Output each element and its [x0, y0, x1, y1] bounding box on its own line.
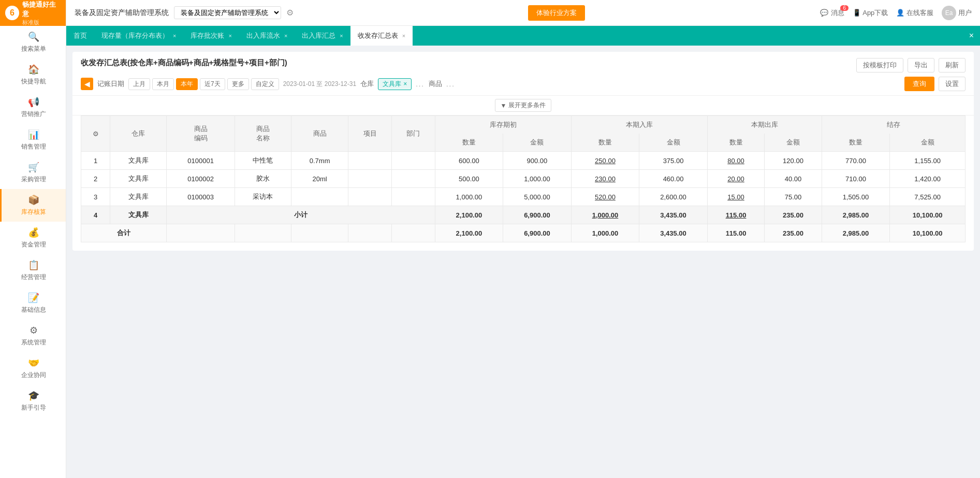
sidebar-item-finance[interactable]: 💰资金管理: [0, 222, 66, 254]
date-btn-本年[interactable]: 本年: [176, 78, 198, 90]
expand-more-btn[interactable]: ▼ 展开更多条件: [495, 99, 552, 112]
total-bal-amt: 10,100.00: [890, 224, 966, 242]
sys-title: 装备及固定资产辅助管理系统: [75, 8, 169, 18]
sidebar-item-quick_nav[interactable]: 🏠快捷导航: [0, 59, 66, 91]
cell-open-qty: 600.00: [435, 152, 503, 170]
sidebar-icon-collab: 🤝: [28, 357, 39, 369]
query-btn[interactable]: 查询: [904, 77, 934, 91]
sidebar-item-purchase[interactable]: 🛒采购管理: [0, 156, 66, 189]
tab-home[interactable]: 首页: [66, 26, 94, 46]
logo-name: 畅捷通好生意: [22, 0, 61, 19]
expand-btn-label: 展开更多条件: [508, 101, 546, 110]
cell-in-qty[interactable]: 520.00: [571, 188, 639, 206]
sidebar-label-basic: 基础信息: [21, 306, 46, 314]
sys-select[interactable]: 装备及固定资产辅助管理系统: [174, 6, 281, 19]
sub-out-amt: 235.00: [765, 206, 822, 224]
cell-out-amt: 40.00: [765, 170, 822, 188]
table-body: 1 文具库 0100001 中性笔 0.7mm 600.00 900.00 25…: [81, 152, 966, 224]
cell-in-qty[interactable]: 230.00: [571, 170, 639, 188]
try-btn[interactable]: 体验行业方案: [528, 5, 585, 21]
tab-inout_flow[interactable]: 出入库流水×: [239, 26, 295, 46]
date-btn-上月[interactable]: 上月: [128, 78, 150, 90]
tab-label-home: 首页: [74, 31, 87, 40]
tab-recv_send_summary[interactable]: 收发存汇总表×: [350, 26, 413, 46]
cell-out-qty[interactable]: 20.00: [707, 170, 764, 188]
warehouse-tag[interactable]: 文具库 ×: [378, 78, 412, 90]
goods-more-dots[interactable]: ...: [446, 80, 455, 88]
cell-in-qty[interactable]: 250.00: [571, 152, 639, 170]
date-btn-本月[interactable]: 本月: [152, 78, 174, 90]
sidebar-item-collab[interactable]: 🤝企业协同: [0, 352, 66, 385]
logo-text-group: 畅捷通好生意 标准版: [22, 0, 61, 26]
date-btn-更多[interactable]: 更多: [227, 78, 249, 90]
total-project: [348, 224, 392, 242]
th-bal-amt: 金额: [890, 134, 966, 152]
tab-inout_summary[interactable]: 出入库汇总×: [295, 26, 350, 46]
total-open-qty: 2,100.00: [435, 224, 503, 242]
print-btn[interactable]: 按模板打印: [856, 58, 903, 73]
sidebar-item-operation[interactable]: 📋经营管理: [0, 254, 66, 287]
cell-open-amt: 5,000.00: [503, 188, 572, 206]
user-area[interactable]: Ea 用户: [942, 6, 972, 20]
cell-bal-qty: 770.00: [822, 152, 890, 170]
sidebar-item-basic[interactable]: 📝基础信息: [0, 287, 66, 320]
tab-close-inout_summary[interactable]: ×: [340, 33, 343, 39]
tab-close-inventory_dist[interactable]: ×: [173, 33, 176, 39]
cell-bal-qty: 710.00: [822, 170, 890, 188]
total-out-amt: 235.00: [765, 224, 822, 242]
cell-dept: [391, 188, 435, 206]
sub-in-qty[interactable]: 1,000.00: [571, 206, 639, 224]
cell-name: 中性笔: [235, 152, 291, 170]
cell-seq: 2: [81, 170, 110, 188]
sidebar-icon-operation: 📋: [28, 259, 39, 271]
logo-tag: 标准版: [22, 19, 61, 26]
sidebar-item-search[interactable]: 🔍搜索菜单: [0, 26, 66, 59]
cell-name: 胶水: [235, 170, 291, 188]
refresh-btn[interactable]: 刷新: [939, 58, 966, 73]
date-btn-近7天[interactable]: 近7天: [200, 78, 225, 90]
header-right: 💬 消息 6 📱 App下载 👤 在线客服 Ea 用户: [820, 6, 972, 20]
th-dept: 部门: [391, 116, 435, 152]
sub-out-qty[interactable]: 115.00: [707, 206, 764, 224]
tab-close-all[interactable]: ×: [963, 31, 980, 40]
th-settings[interactable]: ⚙: [81, 116, 110, 152]
sub-warehouse: 文具库: [110, 206, 167, 224]
gear-icon[interactable]: ⚙: [286, 8, 294, 18]
warehouse-more-dots[interactable]: ...: [416, 80, 425, 88]
date-btn-自定义[interactable]: 自定义: [251, 78, 279, 90]
tab-inventory_dist[interactable]: 现存量（库存分布表）×: [94, 26, 183, 46]
logo-number: 6: [10, 8, 14, 18]
sidebar-item-system[interactable]: ⚙系统管理: [0, 320, 66, 352]
sidebar-icon-purchase: 🛒: [28, 162, 39, 173]
sidebar-label-inventory: 库存核算: [21, 208, 46, 216]
cell-out-qty[interactable]: 80.00: [707, 152, 764, 170]
export-btn[interactable]: 导出: [908, 58, 934, 73]
cell-name: 采访本: [235, 188, 291, 206]
cell-bal-amt: 1,155.00: [890, 152, 966, 170]
cell-spec: 20ml: [291, 170, 348, 188]
sidebar-label-search: 搜索菜单: [21, 45, 46, 53]
sub-in-amt: 3,435.00: [639, 206, 708, 224]
online-service-btn[interactable]: 👤 在线客服: [896, 8, 933, 18]
total-name: [235, 224, 291, 242]
total-code: [167, 224, 235, 242]
warehouse-tag-remove[interactable]: ×: [403, 80, 407, 88]
tab-close-inout_flow[interactable]: ×: [284, 33, 287, 39]
sidebar-item-sales[interactable]: 📊销售管理: [0, 124, 66, 156]
message-btn[interactable]: 💬 消息 6: [820, 8, 845, 18]
cell-out-qty[interactable]: 15.00: [707, 188, 764, 206]
cell-seq: 3: [81, 188, 110, 206]
settings-btn[interactable]: 设置: [939, 77, 966, 91]
sidebar-item-inventory[interactable]: 📦库存核算: [0, 189, 66, 222]
cell-open-qty: 500.00: [435, 170, 503, 188]
cell-spec: 0.7mm: [291, 152, 348, 170]
tab-close-recv_send_summary[interactable]: ×: [402, 33, 405, 39]
sidebar-item-marketing[interactable]: 📢营销推广: [0, 91, 66, 124]
filter-collapse-btn[interactable]: ◀: [81, 78, 93, 90]
tab-close-batch_ledger[interactable]: ×: [228, 33, 231, 39]
cell-open-amt: 900.00: [503, 152, 572, 170]
sidebar-icon-marketing: 📢: [28, 96, 39, 108]
sidebar-item-newbie[interactable]: 🎓新手引导: [0, 385, 66, 417]
tab-batch_ledger[interactable]: 库存批次账×: [183, 26, 239, 46]
app-download-btn[interactable]: 📱 App下载: [853, 8, 888, 18]
